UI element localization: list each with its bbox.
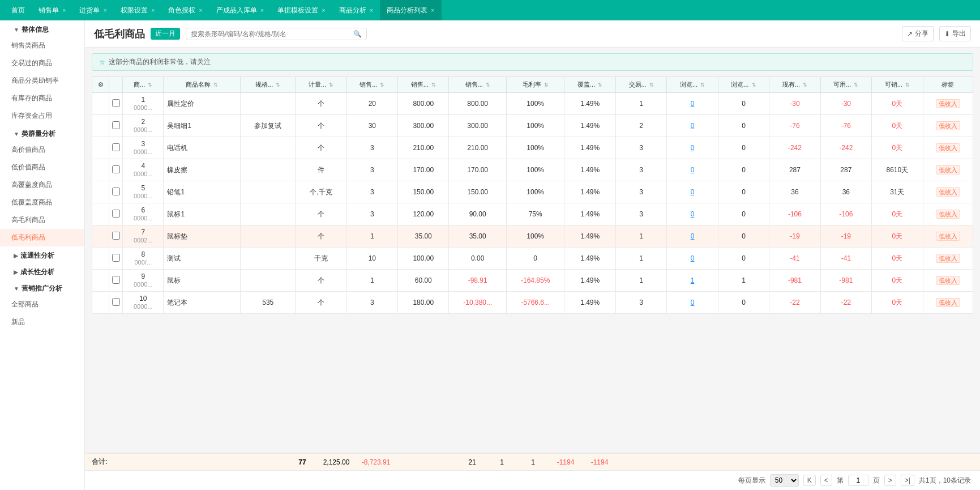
- row-sellable-days: 0天: [872, 93, 923, 115]
- close-icon[interactable]: ×: [151, 7, 155, 14]
- header-actions: ↗ 分享 ⬇ 导出: [902, 26, 971, 41]
- sidebar-section-overall[interactable]: ▼ 整体信息: [0, 20, 84, 37]
- search-input[interactable]: [191, 30, 353, 38]
- row-views1[interactable]: 0: [667, 181, 718, 203]
- row-unit: 件: [296, 159, 346, 181]
- close-icon[interactable]: ×: [431, 7, 434, 14]
- close-icon[interactable]: ×: [62, 7, 66, 14]
- row-sales-amount: 150.00: [398, 181, 449, 203]
- nav-product-inbound[interactable]: 产成品入库单 ×: [209, 0, 271, 20]
- row-views1[interactable]: 0: [667, 115, 718, 137]
- row-checkbox[interactable]: [109, 137, 123, 159]
- sidebar-item-new-products[interactable]: 新品: [0, 313, 84, 331]
- row-sales-profit: -98.91: [449, 270, 506, 292]
- row-sales-amount: 35.00: [398, 225, 449, 248]
- nav-home[interactable]: 首页: [5, 0, 32, 20]
- sidebar-item-inventory-capital[interactable]: 库存资金占用: [0, 107, 84, 125]
- views2-column-header[interactable]: 浏览... ⇅: [718, 77, 769, 93]
- row-views1[interactable]: 0: [667, 292, 718, 314]
- gross-margin-column-header[interactable]: 毛利率 ⇅: [506, 77, 564, 93]
- row-checkbox[interactable]: [109, 115, 123, 137]
- coverage-column-header[interactable]: 覆盖... ⇅: [564, 77, 615, 93]
- close-icon[interactable]: ×: [322, 7, 325, 14]
- nav-purchase-order[interactable]: 进货单 ×: [72, 0, 113, 20]
- row-checkbox[interactable]: [109, 181, 123, 203]
- sales-qty-column-header[interactable]: 销售... ⇅: [346, 77, 397, 93]
- row-unit: 个: [296, 225, 346, 248]
- footer-views2: 1: [517, 458, 549, 466]
- available-stock-column-header[interactable]: 可用... ⇅: [820, 77, 871, 93]
- sidebar-item-high-coverage[interactable]: 高覆盖度商品: [0, 176, 84, 194]
- last-page-button[interactable]: >|: [901, 475, 914, 486]
- alert-bar: ☆ 这部分商品的利润非常低，请关注: [92, 53, 973, 71]
- nav-sales-order[interactable]: 销售单 ×: [32, 0, 72, 20]
- name-column-header[interactable]: 商品名称 ⇅: [164, 77, 241, 93]
- search-icon[interactable]: 🔍: [353, 30, 362, 38]
- sidebar-item-high-value[interactable]: 高价值商品: [0, 141, 84, 159]
- views1-column-header[interactable]: 浏览... ⇅: [667, 77, 718, 93]
- date-range-tag[interactable]: 近一月: [151, 28, 180, 40]
- row-views1[interactable]: 0: [667, 159, 718, 181]
- row-checkbox[interactable]: [109, 270, 123, 292]
- sidebar-item-low-coverage[interactable]: 低覆盖度商品: [0, 194, 84, 211]
- code-column-header[interactable]: 商... ⇅: [123, 77, 164, 93]
- sales-amount-column-header[interactable]: 销售... ⇅: [398, 77, 449, 93]
- sidebar-item-low-margin[interactable]: 低毛利商品: [0, 229, 84, 246]
- current-stock-column-header[interactable]: 现有... ⇅: [769, 77, 820, 93]
- sidebar-item-sales-goods[interactable]: 销售类商品: [0, 37, 84, 54]
- nav-product-analysis-list[interactable]: 商品分析列表 ×: [380, 0, 441, 20]
- share-button[interactable]: ↗ 分享: [902, 26, 934, 41]
- search-box[interactable]: 🔍: [186, 28, 367, 40]
- row-checkbox[interactable]: [109, 159, 123, 181]
- row-views1[interactable]: 1: [667, 270, 718, 292]
- close-icon[interactable]: ×: [370, 7, 373, 14]
- sidebar-section-circulation[interactable]: ▶ 流通性分析: [0, 246, 84, 263]
- row-views1[interactable]: 0: [667, 203, 718, 225]
- page-number-input[interactable]: [848, 475, 868, 486]
- sidebar-section-marketing[interactable]: ▼ 营销推广分析: [0, 279, 84, 296]
- prev-page-button[interactable]: <: [820, 475, 832, 486]
- sidebar-section-group-analysis[interactable]: ▼ 类群量分析: [0, 125, 84, 141]
- page-size-select[interactable]: 50 100: [770, 474, 799, 487]
- row-checkbox[interactable]: [109, 248, 123, 270]
- first-page-button[interactable]: K: [803, 475, 816, 486]
- sidebar-item-low-value[interactable]: 低价值商品: [0, 159, 84, 176]
- row-checkbox[interactable]: [109, 225, 123, 248]
- spec-column-header[interactable]: 规格... ⇅: [241, 77, 296, 93]
- sidebar-section-growth[interactable]: ▶ 成长性分析: [0, 263, 84, 279]
- row-views1[interactable]: 0: [667, 137, 718, 159]
- row-views1[interactable]: 0: [667, 225, 718, 248]
- top-navigation: 首页 销售单 × 进货单 × 权限设置 × 角色授权 × 产成品入库单 × 单据…: [0, 0, 980, 20]
- row-checkbox[interactable]: [109, 292, 123, 314]
- footer-sales-qty: 77: [288, 458, 316, 466]
- row-current-stock: -41: [769, 248, 820, 270]
- close-icon[interactable]: ×: [199, 7, 202, 14]
- export-button[interactable]: ⬇ 导出: [939, 26, 971, 41]
- row-views1[interactable]: 0: [667, 248, 718, 270]
- sidebar-item-traded-goods[interactable]: 交易过的商品: [0, 54, 84, 72]
- nav-permission-settings[interactable]: 权限设置 ×: [114, 0, 161, 20]
- next-page-button[interactable]: >: [884, 475, 896, 486]
- sidebar-item-category-rate[interactable]: 商品分类助销率: [0, 72, 84, 90]
- unit-column-header[interactable]: 计量... ⇅: [296, 77, 346, 93]
- page-header: 低毛利商品 近一月 🔍 ↗ 分享 ⬇ 导出: [85, 20, 980, 48]
- sidebar-item-all-products[interactable]: 全部商品: [0, 296, 84, 313]
- nav-role-auth[interactable]: 角色授权 ×: [161, 0, 209, 20]
- nav-product-analysis[interactable]: 商品分析 ×: [332, 0, 380, 20]
- sidebar-item-stock-goods[interactable]: 有库存的商品: [0, 90, 84, 107]
- row-views1[interactable]: 0: [667, 93, 718, 115]
- trade-column-header[interactable]: 交易... ⇅: [615, 77, 666, 93]
- settings-column-header[interactable]: ⚙: [92, 77, 109, 93]
- close-icon[interactable]: ×: [260, 7, 264, 14]
- row-checkbox[interactable]: [109, 93, 123, 115]
- collapse-icon: ▼: [14, 27, 19, 33]
- nav-template-settings[interactable]: 单据模板设置 ×: [271, 0, 332, 20]
- sidebar-item-high-margin[interactable]: 高毛利商品: [0, 211, 84, 229]
- page-suffix-label: 页: [873, 476, 880, 485]
- sales-profit-column-header[interactable]: 销售... ⇅: [449, 77, 506, 93]
- row-sales-qty: 20: [346, 93, 397, 115]
- row-checkbox[interactable]: [109, 203, 123, 225]
- close-icon[interactable]: ×: [103, 7, 106, 14]
- sellable-days-column-header[interactable]: 可销... ⇅: [872, 77, 923, 93]
- table-row: 100000... 笔记本 535 个 3 180.00 -10,380... …: [92, 292, 973, 314]
